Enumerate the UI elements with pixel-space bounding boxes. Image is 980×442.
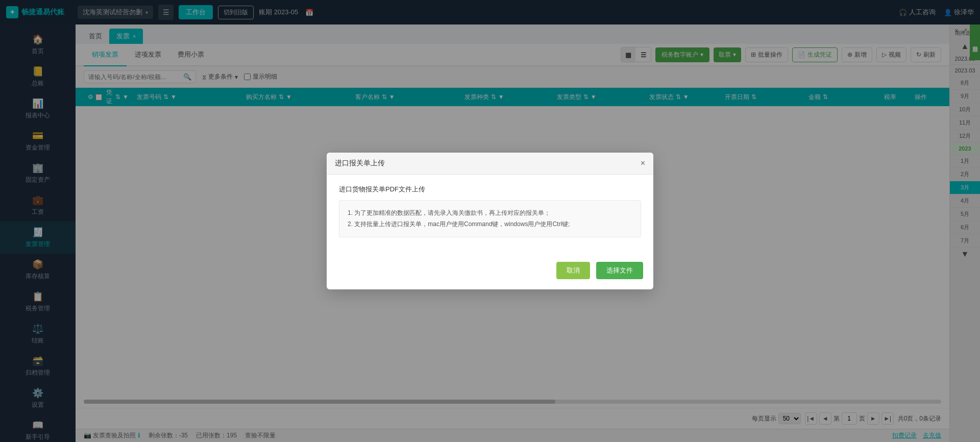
- cancel-button[interactable]: 取消: [556, 262, 590, 279]
- modal-footer: 取消 选择文件: [327, 256, 653, 289]
- modal-title: 进口报关单上传: [335, 159, 385, 168]
- modal-overlay[interactable]: 进口报关单上传 × 进口货物报关单PDF文件上传 1. 为了更加精准的数据匹配，…: [0, 0, 980, 442]
- modal-section-title: 进口货物报关单PDF文件上传: [339, 185, 641, 194]
- modal-body: 进口货物报关单PDF文件上传 1. 为了更加精准的数据匹配，请先录入海关缴款书，…: [327, 175, 653, 256]
- modal-info-item-0: 1. 为了更加精准的数据匹配，请先录入海关缴款书，再上传对应的报关单；: [348, 208, 632, 219]
- modal-header: 进口报关单上传 ×: [327, 153, 653, 175]
- choose-file-button[interactable]: 选择文件: [596, 262, 643, 279]
- modal-info-box: 1. 为了更加精准的数据匹配，请先录入海关缴款书，再上传对应的报关单； 2. 支…: [339, 200, 641, 237]
- modal-close-button[interactable]: ×: [641, 159, 645, 168]
- modal-dialog: 进口报关单上传 × 进口货物报关单PDF文件上传 1. 为了更加精准的数据匹配，…: [327, 153, 653, 289]
- modal-info-item-1: 2. 支持批量上传进口报关单，mac用户使用Command键，windows用户…: [348, 219, 632, 230]
